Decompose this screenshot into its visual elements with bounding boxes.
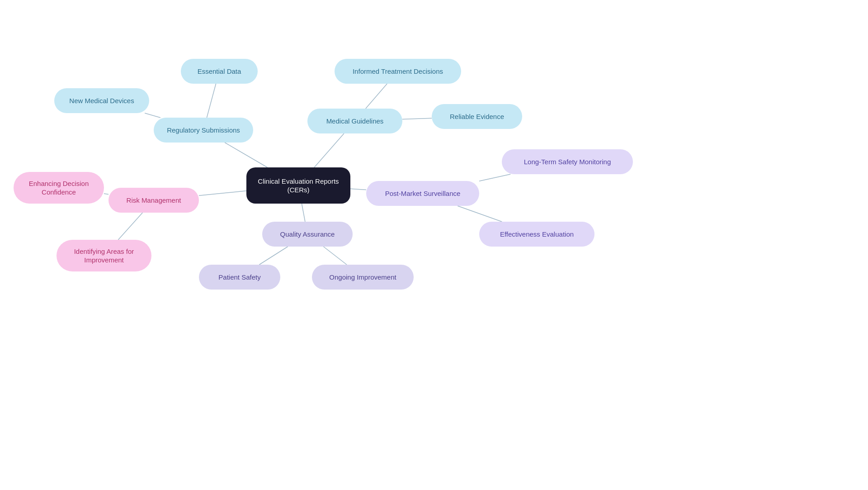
center-node: Clinical Evaluation Reports (CERs) <box>246 167 350 204</box>
svg-line-7 <box>104 194 108 194</box>
quality-assurance-node: Quality Assurance <box>262 222 353 247</box>
svg-line-11 <box>323 247 347 265</box>
svg-line-13 <box>479 174 510 181</box>
svg-line-9 <box>302 204 305 222</box>
patient-safety-node: Patient Safety <box>199 265 280 290</box>
svg-line-4 <box>366 84 387 109</box>
ongoing-improvement-node: Ongoing Improvement <box>312 265 414 290</box>
essential-data-node: Essential Data <box>181 59 258 84</box>
new-medical-devices-node: New Medical Devices <box>54 88 149 113</box>
risk-management-node: Risk Management <box>108 188 199 213</box>
post-market-surveillance-node: Post-Market Surveillance <box>366 181 479 206</box>
svg-line-12 <box>350 189 366 190</box>
svg-line-8 <box>118 213 142 240</box>
svg-line-5 <box>402 118 432 119</box>
effectiveness-evaluation-node: Effectiveness Evaluation <box>479 222 594 247</box>
svg-line-6 <box>199 191 246 196</box>
svg-line-1 <box>207 84 216 118</box>
long-term-safety-node: Long-Term Safety Monitoring <box>502 149 633 174</box>
medical-guidelines-node: Medical Guidelines <box>307 109 402 133</box>
enhancing-decision-confidence-node: Enhancing Decision Confidence <box>14 172 104 204</box>
reliable-evidence-node: Reliable Evidence <box>432 104 522 129</box>
regulatory-submissions-node: Regulatory Submissions <box>154 118 253 143</box>
svg-line-10 <box>259 247 288 265</box>
svg-line-3 <box>314 133 344 167</box>
informed-treatment-decisions-node: Informed Treatment Decisions <box>335 59 461 84</box>
svg-line-0 <box>225 143 267 167</box>
svg-line-2 <box>145 113 160 118</box>
svg-line-14 <box>458 206 502 222</box>
identifying-areas-node: Identifying Areas for Improvement <box>57 240 151 271</box>
